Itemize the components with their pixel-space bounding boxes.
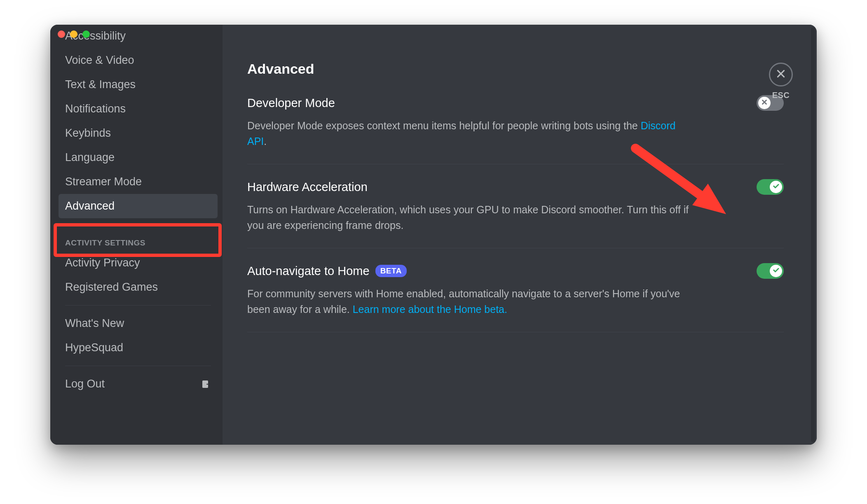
logout-icon: [201, 379, 211, 389]
sidebar-item-label: Text & Images: [65, 78, 136, 91]
settings-window: Accessibility Voice & Video Text & Image…: [50, 25, 817, 445]
page-title: Advanced: [247, 61, 784, 77]
sidebar-item-hypesquad[interactable]: HypeSquad: [59, 336, 218, 360]
setting-hardware-acceleration: Hardware Acceleration Turns on Hardware …: [247, 179, 784, 248]
sidebar-divider: [65, 366, 211, 366]
sidebar-section-header: ACTIVITY SETTINGS: [59, 230, 218, 251]
sidebar-item-label: Log Out: [65, 378, 105, 390]
sidebar-divider: [65, 224, 211, 224]
check-icon: [772, 182, 780, 191]
scrollbar[interactable]: [811, 27, 815, 442]
setting-description: Turns on Hardware Acceleration, which us…: [247, 202, 692, 233]
sidebar-item-voice-video[interactable]: Voice & Video: [59, 48, 218, 72]
close-settings: ESC: [769, 63, 793, 100]
toggle-knob: [770, 265, 782, 277]
settings-content: ESC Advanced Developer Mode D: [223, 25, 817, 445]
beta-badge: BETA: [375, 265, 407, 277]
learn-more-link[interactable]: Learn more about the Home beta.: [353, 303, 507, 315]
window-minimize-dot[interactable]: [70, 30, 77, 38]
toggle-knob: [770, 181, 782, 193]
sidebar-item-label: Language: [65, 151, 115, 164]
auto-home-toggle[interactable]: [757, 263, 784, 279]
sidebar-item-language[interactable]: Language: [59, 145, 218, 170]
sidebar-item-registered-games[interactable]: Registered Games: [59, 275, 218, 299]
sidebar-item-label: Notifications: [65, 103, 126, 115]
sidebar-item-whats-new[interactable]: What's New: [59, 311, 218, 336]
sidebar-item-label: Voice & Video: [65, 54, 134, 67]
window-zoom-dot[interactable]: [82, 30, 90, 38]
hardware-accel-toggle[interactable]: [757, 179, 784, 195]
sidebar-item-text-images[interactable]: Text & Images: [59, 72, 218, 97]
sidebar-item-logout[interactable]: Log Out: [59, 372, 218, 396]
sidebar-item-label: Registered Games: [65, 281, 158, 294]
setting-auto-navigate-home: Auto-navigate to Home BETA For community…: [247, 263, 784, 332]
close-button[interactable]: [769, 63, 793, 86]
esc-label: ESC: [772, 91, 790, 100]
desc-text: Developer Mode exposes context menu item…: [247, 120, 641, 131]
window-controls: [58, 30, 90, 38]
check-icon: [772, 266, 780, 275]
setting-title: Hardware Acceleration: [247, 180, 368, 194]
setting-title: Auto-navigate to Home BETA: [247, 264, 407, 278]
close-icon: [776, 68, 786, 81]
sidebar-item-label: Keybinds: [65, 127, 111, 140]
setting-developer-mode: Developer Mode Developer Mode exposes co…: [247, 95, 784, 164]
sidebar-item-label: Streamer Mode: [65, 175, 142, 188]
setting-title-text: Auto-navigate to Home: [247, 264, 370, 278]
setting-title: Developer Mode: [247, 96, 335, 110]
sidebar-item-advanced[interactable]: Advanced: [59, 194, 218, 218]
setting-description: Developer Mode exposes context menu item…: [247, 118, 692, 149]
sidebar-item-notifications[interactable]: Notifications: [59, 97, 218, 121]
window-close-dot[interactable]: [58, 30, 65, 38]
settings-sidebar: Accessibility Voice & Video Text & Image…: [50, 25, 223, 445]
desc-text: .: [264, 135, 267, 147]
sidebar-item-label: Activity Privacy: [65, 257, 140, 269]
setting-description: For community servers with Home enabled,…: [247, 286, 692, 317]
sidebar-divider: [65, 305, 211, 306]
x-icon: [761, 98, 768, 107]
sidebar-item-label: HypeSquad: [65, 341, 123, 354]
sidebar-item-label: Advanced: [65, 200, 115, 212]
sidebar-item-label: What's New: [65, 317, 124, 330]
sidebar-item-keybinds[interactable]: Keybinds: [59, 121, 218, 145]
sidebar-item-activity-privacy[interactable]: Activity Privacy: [59, 251, 218, 275]
sidebar-item-streamer-mode[interactable]: Streamer Mode: [59, 170, 218, 194]
